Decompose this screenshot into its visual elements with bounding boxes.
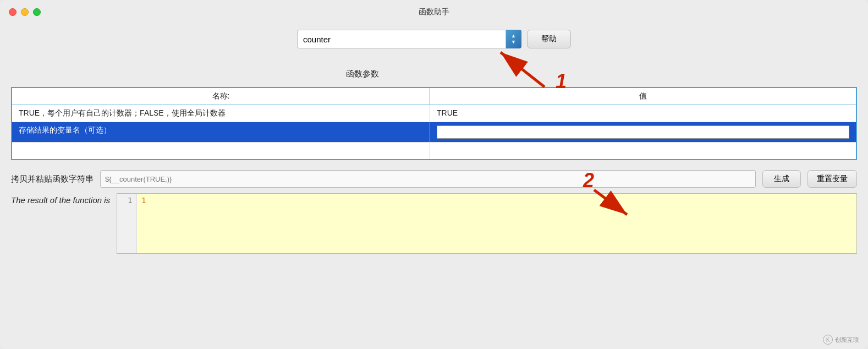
- spinner-down-icon: ▼: [511, 40, 516, 45]
- row1-name: TRUE，每个用户有自己的计数器；FALSE，使用全局计数器: [12, 105, 430, 122]
- copy-input[interactable]: [100, 170, 756, 188]
- spinner-up-icon: ▲: [511, 34, 516, 39]
- watermark-icon: K: [823, 335, 833, 345]
- function-search-input[interactable]: [297, 30, 506, 48]
- table-row-selected[interactable]: 存储结果的变量名（可选）: [12, 122, 856, 143]
- result-label: The result of the function is: [11, 193, 110, 205]
- maximize-button[interactable]: [33, 8, 41, 16]
- watermark: K 创新互联: [823, 335, 859, 345]
- bottom-section: 拷贝并粘贴函数字符串 生成 重置变量 The result of the fun…: [11, 170, 857, 254]
- row2-value-cell: [430, 122, 856, 142]
- help-button[interactable]: 帮助: [527, 30, 571, 48]
- result-content: 1: [137, 194, 856, 253]
- table-row[interactable]: TRUE，每个用户有自己的计数器；FALSE，使用全局计数器 TRUE: [12, 105, 856, 122]
- watermark-symbol: K: [826, 337, 830, 343]
- minimize-button[interactable]: [21, 8, 29, 16]
- spinner-button[interactable]: ▲ ▼: [506, 30, 521, 48]
- table-header: 名称: 值: [12, 88, 856, 105]
- result-row: The result of the function is 1 1: [11, 193, 857, 254]
- col-name-header: 名称:: [12, 88, 430, 105]
- empty-name-cell: [12, 143, 430, 159]
- annotation-area-1: 函数参数: [11, 54, 857, 81]
- row2-name: 存储结果的变量名（可选）: [12, 122, 430, 142]
- row1-value: TRUE: [430, 105, 856, 122]
- line-numbers: 1: [117, 194, 137, 253]
- watermark-text: 创新互联: [835, 336, 859, 344]
- titlebar: 函数助手: [0, 0, 868, 24]
- col-value-header: 值: [430, 88, 856, 105]
- content-area: ▲ ▼ 帮助 函数参数 名称: 值 TRUE，每个用户有自己的计数器；FALSE…: [0, 24, 868, 349]
- table-empty-row: [12, 143, 856, 159]
- traffic-lights: [9, 8, 41, 16]
- result-editor: 1 1: [117, 193, 857, 254]
- row2-value-input[interactable]: [437, 126, 849, 139]
- empty-value-cell: [430, 143, 856, 159]
- func-params-label: 函数参数: [346, 69, 379, 79]
- window-title: 函数助手: [419, 7, 449, 17]
- reset-button[interactable]: 重置变量: [807, 170, 857, 188]
- top-bar: ▲ ▼ 帮助: [11, 30, 857, 48]
- copy-label: 拷贝并粘贴函数字符串: [11, 174, 94, 184]
- search-container: ▲ ▼: [297, 30, 521, 48]
- params-table: 名称: 值 TRUE，每个用户有自己的计数器；FALSE，使用全局计数器 TRU…: [11, 87, 857, 160]
- main-window: 函数助手 ▲ ▼ 帮助 函数参数 名称: 值 TRUE，每: [0, 0, 868, 349]
- line-number-1: 1: [122, 196, 132, 204]
- generate-button[interactable]: 生成: [762, 170, 801, 188]
- result-value: 1: [141, 196, 146, 205]
- close-button[interactable]: [9, 8, 17, 16]
- copy-row: 拷贝并粘贴函数字符串 生成 重置变量: [11, 170, 857, 188]
